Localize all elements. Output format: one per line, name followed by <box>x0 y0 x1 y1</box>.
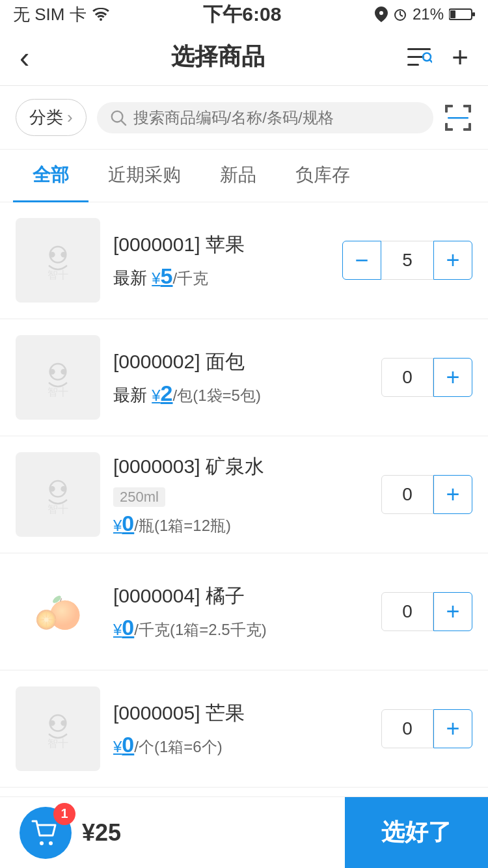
tab-all[interactable]: 全部 <box>13 150 88 202</box>
status-right: 21% <box>375 5 475 23</box>
qty-control: + <box>381 709 472 748</box>
svg-rect-20 <box>468 123 471 131</box>
svg-point-54 <box>40 841 44 845</box>
location-icon <box>375 7 388 22</box>
qty-input[interactable] <box>381 475 433 514</box>
product-name: [0000002] 面包 <box>113 349 368 375</box>
product-info: [0000003] 矿泉水 250ml ¥0/瓶(1箱=12瓶) <box>113 454 368 536</box>
qty-control: + <box>381 475 472 514</box>
nav-left: ‹ <box>20 40 29 75</box>
placeholder-icon: 智十 <box>35 237 81 283</box>
qty-input[interactable] <box>381 709 433 748</box>
product-name: [0000003] 矿泉水 <box>113 454 368 480</box>
product-info: [0000004] 橘子 ¥0/千克(1箱=2.5千克) <box>113 583 368 640</box>
carrier-label: 无 SIM 卡 <box>13 3 87 26</box>
category-label: 分类 <box>29 106 63 129</box>
qty-plus-button[interactable]: + <box>433 709 472 748</box>
svg-text:智十: 智十 <box>47 738 68 749</box>
svg-rect-7 <box>407 56 424 58</box>
add-button[interactable]: + <box>452 41 468 74</box>
qty-minus-button[interactable]: − <box>342 241 381 280</box>
confirm-button[interactable]: 选好了 <box>345 797 488 869</box>
battery-icon <box>449 8 475 21</box>
back-button[interactable]: ‹ <box>20 40 29 75</box>
cart-icon-button[interactable]: 1 <box>20 807 72 859</box>
price-num: 0 <box>122 732 134 757</box>
product-name: [0000004] 橘子 <box>113 583 368 610</box>
product-image: 智十 <box>16 686 100 771</box>
svg-point-32 <box>61 486 66 492</box>
search-wrap <box>97 102 433 133</box>
status-left: 无 SIM 卡 <box>13 3 110 26</box>
product-price: ¥0/千克(1箱=2.5千克) <box>113 615 368 640</box>
product-spec: 250ml <box>113 487 165 507</box>
svg-point-27 <box>49 369 55 375</box>
price-unit: /包(1袋=5包) <box>173 387 261 404</box>
filter-icon[interactable] <box>406 46 432 69</box>
category-button[interactable]: 分类 › <box>16 99 87 136</box>
price-yen: ¥ <box>152 387 160 404</box>
price-unit: /千克 <box>173 269 209 287</box>
search-input[interactable] <box>133 109 420 127</box>
svg-rect-4 <box>450 10 455 18</box>
qty-input[interactable] <box>381 241 433 280</box>
svg-line-2 <box>400 15 403 16</box>
qty-input[interactable] <box>381 592 433 631</box>
svg-point-55 <box>49 841 53 845</box>
product-price: 最新 ¥2/包(1袋=5包) <box>113 381 368 407</box>
tab-recent[interactable]: 近期采购 <box>88 150 200 202</box>
cart-icon <box>31 820 60 846</box>
svg-point-31 <box>49 486 55 492</box>
nav-bar: ‹ 选择商品 + <box>0 29 488 86</box>
svg-text:智十: 智十 <box>47 504 68 515</box>
status-bar: 无 SIM 卡 下午6:08 21% <box>0 0 488 29</box>
list-item: 智十 [0000002] 面包 最新 ¥2/包(1袋=5包) + <box>0 319 488 435</box>
list-item: 智十 [0000003] 矿泉水 250ml ¥0/瓶(1箱=12瓶) + <box>0 437 488 552</box>
product-image <box>16 569 100 654</box>
cart-badge: 1 <box>53 803 75 825</box>
battery-label: 21% <box>413 5 444 23</box>
placeholder-icon: 智十 <box>35 355 81 400</box>
svg-point-44 <box>44 617 48 621</box>
qty-input[interactable] <box>381 358 433 397</box>
qty-plus-button[interactable]: + <box>433 592 472 631</box>
svg-point-46 <box>49 720 55 726</box>
svg-rect-8 <box>407 64 419 66</box>
tab-negative[interactable]: 负库存 <box>276 150 370 202</box>
svg-line-10 <box>429 59 432 62</box>
price-label: 最新 <box>113 268 147 288</box>
price-unit: /千克(1箱=2.5千克) <box>134 621 266 638</box>
placeholder-icon: 智十 <box>35 472 81 517</box>
product-price: ¥0/瓶(1箱=12瓶) <box>113 511 368 536</box>
scan-icon[interactable] <box>444 103 472 132</box>
qty-plus-button[interactable]: + <box>433 241 472 280</box>
qty-plus-button[interactable]: + <box>433 475 472 514</box>
svg-rect-5 <box>472 12 475 16</box>
svg-line-37 <box>61 599 62 601</box>
nav-right: + <box>406 41 468 74</box>
product-price: ¥0/个(1箱=6个) <box>113 732 368 757</box>
placeholder-icon: 智十 <box>35 706 81 752</box>
qty-plus-button[interactable]: + <box>433 358 472 397</box>
list-item: 智十 [0000005] 芒果 ¥0/个(1箱=6个) + <box>0 671 488 787</box>
svg-rect-14 <box>445 105 448 113</box>
orange-image <box>35 589 81 634</box>
product-info: [0000002] 面包 最新 ¥2/包(1袋=5包) <box>113 349 368 407</box>
price-yen: ¥ <box>113 621 122 638</box>
qty-control: + <box>381 358 472 397</box>
product-image: 智十 <box>16 335 100 420</box>
price-num: 0 <box>122 615 134 640</box>
filter-bar: 分类 › <box>0 86 488 150</box>
svg-rect-16 <box>468 105 471 113</box>
svg-rect-6 <box>407 48 431 50</box>
product-list: 智十 [0000001] 苹果 最新 ¥5/千克 − + 智十 <box>0 202 488 868</box>
price-unit: /个(1箱=6个) <box>134 738 222 755</box>
list-item: 智十 [0000001] 苹果 最新 ¥5/千克 − + <box>0 202 488 318</box>
price-num: 5 <box>161 264 173 288</box>
price-num: 0 <box>122 511 134 536</box>
svg-rect-21 <box>448 117 468 119</box>
svg-rect-18 <box>445 123 448 131</box>
product-info: [0000001] 苹果 最新 ¥5/千克 <box>113 232 329 290</box>
cart-area: 1 ¥25 <box>0 807 345 859</box>
tab-new[interactable]: 新品 <box>200 150 276 202</box>
